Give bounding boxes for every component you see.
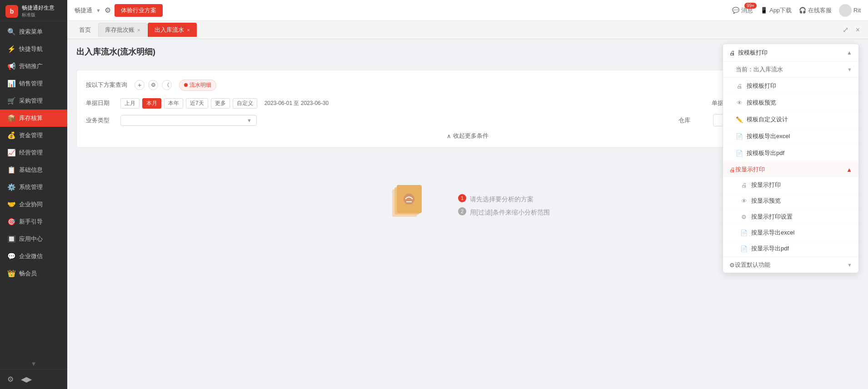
sidebar-item-basic[interactable]: 📋 基础信息	[0, 161, 67, 179]
dropdown-item-label: 按模板预览	[747, 99, 776, 107]
chat-icon: 💬	[7, 252, 15, 260]
date-btn-custom[interactable]: 自定义	[233, 98, 257, 109]
app-logo: b 畅捷通好生意 标准版	[0, 0, 67, 21]
tab-batch[interactable]: 库存批次账 ×	[98, 23, 147, 37]
sidebar-item-corp[interactable]: 🤝 企业协同	[0, 196, 67, 213]
industry-solution-button[interactable]: 体验行业方案	[115, 4, 163, 17]
tab-maximize-button[interactable]: ⤢	[840, 25, 851, 35]
date-btn-7days[interactable]: 近7天	[186, 98, 208, 109]
dropdown-item-label: 按模板导出pdf	[747, 149, 784, 157]
topbar-left: 畅捷通 ▼ ⚙ 体验行业方案	[75, 4, 727, 17]
topbar: 畅捷通 ▼ ⚙ 体验行业方案 💬 消息 99+ 📱 App下载 🎧 在线客服 R…	[67, 0, 868, 21]
display-print-section-header[interactable]: 🖨 按显示打印 ▲	[723, 162, 858, 177]
dropdown-footer[interactable]: ⚙ 设置默认功能 ▼	[723, 257, 858, 273]
online-service-button[interactable]: 🎧 在线客服	[799, 6, 832, 15]
dropdown-title: 🖨 按模板打印	[729, 49, 768, 57]
sidebar-scroll-down[interactable]: ▼	[0, 359, 67, 369]
dropdown-item-template-print[interactable]: 🖨 按模板打印	[723, 78, 858, 95]
sidebar-item-label: 营销推广	[19, 62, 43, 70]
sidebar-item-system[interactable]: ⚙️ 系统管理	[0, 179, 67, 196]
date-btn-this-year[interactable]: 本年	[164, 98, 183, 109]
messages-button[interactable]: 💬 消息 99+	[732, 6, 753, 15]
settings-footer-icon[interactable]: ⚙	[7, 375, 14, 384]
clipboard-icon: 📋	[7, 166, 15, 174]
dropdown-sub-display-settings[interactable]: ⚙ 按显示打印设置	[723, 209, 858, 225]
sidebar-item-wechat[interactable]: 💬 企业微信	[0, 248, 67, 265]
sidebar-item-marketing[interactable]: 📢 营销推广	[0, 58, 67, 75]
sidebar-item-search[interactable]: 🔍 搜索菜单	[0, 23, 67, 40]
sidebar-item-label: 企业协同	[19, 200, 43, 209]
filter-settings-button[interactable]: ⚙	[148, 80, 158, 90]
dropdown-item-template-excel[interactable]: 📄 按模板导出excel	[723, 128, 858, 145]
app-download-button[interactable]: 📱 App下载	[760, 6, 792, 15]
topbar-user-dropdown[interactable]: ▼	[96, 8, 101, 13]
tab-flow-close[interactable]: ×	[187, 27, 190, 33]
target-icon: 🎯	[7, 218, 15, 226]
box-icon: 📦	[7, 114, 15, 122]
footer-arrow: ▼	[847, 262, 852, 268]
eye-item-icon: 👁	[736, 99, 743, 106]
business-type-label: 业务类型	[86, 116, 113, 125]
dropdown-title-text: 按模板打印	[738, 49, 768, 57]
tab-batch-close[interactable]: ×	[137, 27, 140, 33]
sidebar-item-member[interactable]: 👑 畅会员	[0, 265, 67, 282]
business-type-dropdown-icon: ▼	[247, 118, 252, 123]
dropdown-item-template-pdf[interactable]: 📄 按模板导出pdf	[723, 145, 858, 162]
edit-item-icon: ✏️	[736, 116, 743, 123]
sidebar-item-label: 新手引导	[19, 218, 43, 226]
sidebar-item-guide[interactable]: 🎯 新手引导	[0, 213, 67, 230]
sidebar-item-finance[interactable]: 💰 资金管理	[0, 127, 67, 144]
business-type-select[interactable]: ▼	[120, 115, 257, 126]
sidebar-item-label: 库存核算	[19, 114, 43, 122]
dropdown-sub-display-preview[interactable]: 👁 按显示预览	[723, 193, 858, 209]
logo-icon: b	[5, 5, 18, 18]
sidebar-item-label: 系统管理	[19, 183, 43, 191]
add-filter-button[interactable]: +	[135, 80, 145, 90]
sidebar-item-purchase[interactable]: 🛒 采购管理	[0, 92, 67, 110]
crown-icon: 👑	[7, 269, 15, 278]
filter-collapse-button[interactable]: 《	[162, 80, 172, 90]
collapse-sidebar-icon[interactable]: ◀▶	[21, 375, 32, 384]
sidebar-item-inventory[interactable]: 📦 库存核算	[0, 110, 67, 127]
tab-flow-label: 出入库流水	[155, 26, 184, 34]
dropdown-current-item[interactable]: 当前：出入库流水 ▼	[723, 62, 858, 78]
dropdown-sub-display-excel[interactable]: 📄 按显示导出excel	[723, 225, 858, 241]
filter-actions: + ⚙ 《	[135, 80, 172, 90]
sidebar-item-sales[interactable]: 📊 销售管理	[0, 75, 67, 92]
dropdown-item-template-customize[interactable]: ✏️ 模板自定义设计	[723, 111, 858, 128]
date-btn-last-month[interactable]: 上月	[120, 98, 140, 109]
excel-sub-icon: 📄	[740, 229, 748, 236]
dropdown-sub-display-print[interactable]: 🖨 按显示打印	[723, 177, 858, 193]
sub-item-label: 按显示导出excel	[751, 229, 794, 237]
main-area: 畅捷通 ▼ ⚙ 体验行业方案 💬 消息 99+ 📱 App下载 🎧 在线客服 R…	[67, 0, 868, 389]
display-section-title: 按显示打印	[735, 165, 765, 174]
tab-close-button[interactable]: ×	[853, 25, 863, 35]
printer-header-icon: 🖨	[729, 50, 735, 56]
dropdown-sub-display-pdf[interactable]: 📄 按显示导出pdf	[723, 241, 858, 257]
date-btn-this-month[interactable]: 本月	[142, 98, 161, 109]
logo-badge: 标准版	[22, 12, 55, 18]
active-filter-chip[interactable]: 流水明细	[179, 80, 216, 91]
sidebar-item-apps[interactable]: 🔲 应用中心	[0, 230, 67, 248]
section-collapse-icon: ▲	[846, 166, 852, 173]
topbar-user[interactable]: 畅捷通	[75, 6, 92, 15]
display-print-icon: 🖨	[729, 166, 735, 173]
sidebar-item-shortcut[interactable]: ⚡ 快捷导航	[0, 40, 67, 58]
dropdown-close-icon[interactable]: ▲	[847, 50, 852, 56]
empty-illustration	[385, 180, 431, 226]
user-avatar-button[interactable]: Rit	[839, 4, 861, 17]
avatar	[839, 4, 852, 17]
tab-home-label: 首页	[79, 26, 91, 34]
date-btn-more[interactable]: 更多	[211, 98, 230, 109]
user-display-name: Rit	[853, 7, 861, 14]
chevron-up-icon: ∧	[447, 133, 451, 140]
tab-home[interactable]: 首页	[73, 23, 97, 37]
topbar-settings-icon[interactable]: ⚙	[105, 6, 111, 15]
tab-flow[interactable]: 出入库流水 ×	[148, 23, 196, 37]
dropdown-item-template-preview[interactable]: 👁 按模板预览	[723, 95, 858, 111]
empty-step-2: 2 用[过滤]条件来缩小分析范围	[458, 207, 550, 218]
gear-icon: ⚙️	[7, 183, 15, 191]
sidebar-item-label: 企业微信	[19, 252, 43, 260]
sidebar-item-operation[interactable]: 📈 经营管理	[0, 144, 67, 161]
collapse-filter-button[interactable]: ∧ 收起更多条件	[447, 132, 489, 140]
